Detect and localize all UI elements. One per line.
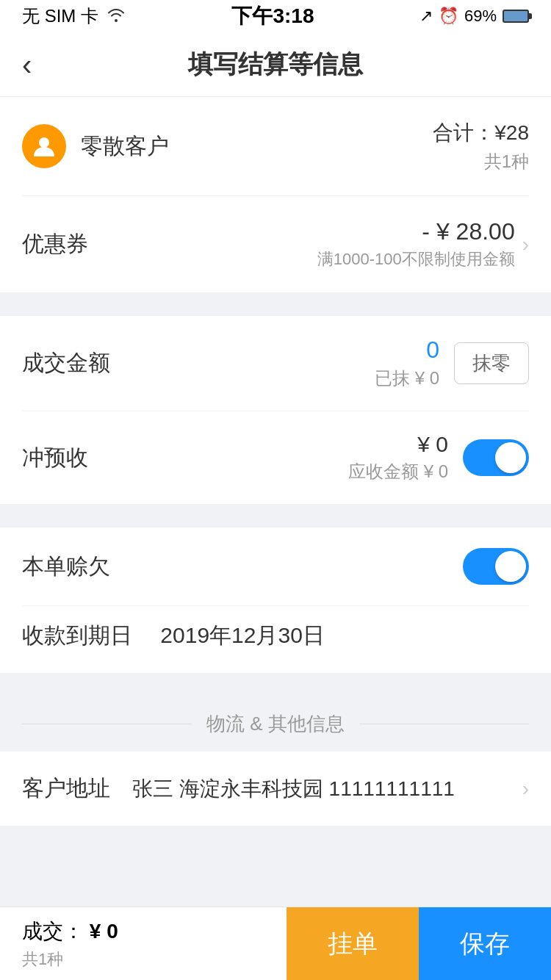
coupon-row[interactable]: 优惠券 - ¥ 28.00 满1000-100不限制使用金额 › bbox=[0, 196, 551, 292]
bottom-summary-amount: ¥ 0 bbox=[90, 920, 118, 943]
debit-toggle[interactable] bbox=[463, 548, 529, 585]
amount-row: 成交金额 0 已抹 ¥ 0 抹零 bbox=[0, 316, 551, 411]
amount-block: 0 已抹 ¥ 0 bbox=[375, 336, 439, 390]
section-gap-3 bbox=[0, 685, 551, 696]
wifi-icon bbox=[106, 6, 126, 26]
save-button[interactable]: 保存 bbox=[419, 907, 551, 980]
prepay-label: 冲预收 bbox=[22, 443, 88, 473]
date-label: 收款到期日 bbox=[22, 623, 132, 647]
bottom-summary: 成交： ¥ 0 共1种 bbox=[0, 907, 287, 980]
debit-label: 本单赊欠 bbox=[22, 552, 110, 582]
hold-button[interactable]: 挂单 bbox=[287, 907, 419, 980]
battery-label: 69% bbox=[464, 7, 497, 26]
customer-left: 零散客户 bbox=[22, 124, 169, 168]
alarm-icon: ⏰ bbox=[439, 7, 458, 26]
divider-line-left bbox=[22, 724, 192, 724]
logistics-label: 物流 & 其他信息 bbox=[206, 711, 345, 737]
total-amount: 合计：¥28 bbox=[433, 119, 529, 147]
debit-toggle-knob bbox=[495, 551, 526, 582]
coupon-right: - ¥ 28.00 满1000-100不限制使用金额 › bbox=[317, 218, 529, 270]
total-count: 共1种 bbox=[433, 150, 529, 173]
chevron-icon: › bbox=[522, 233, 529, 256]
amount-value: 0 bbox=[375, 336, 439, 364]
customer-section: 零散客户 合计：¥28 共1种 优惠券 - ¥ 28.00 满1000-100不… bbox=[0, 97, 551, 292]
amount-label: 成交金额 bbox=[22, 348, 110, 378]
status-bar: 无 SIM 卡 下午3:18 ↗ ⏰ 69% bbox=[0, 0, 551, 32]
address-row[interactable]: 客户地址 张三 海淀永丰科技园 11111111111 › bbox=[0, 752, 551, 826]
address-section: 客户地址 张三 海淀永丰科技园 11111111111 › bbox=[0, 752, 551, 826]
avatar bbox=[22, 124, 66, 168]
customer-summary: 合计：¥28 共1种 bbox=[433, 119, 529, 173]
address-label: 客户地址 bbox=[22, 774, 110, 804]
section-gap-2 bbox=[0, 516, 551, 527]
prepay-amount: ¥ 0 bbox=[348, 432, 448, 457]
status-left: 无 SIM 卡 bbox=[22, 4, 126, 28]
battery-icon bbox=[503, 10, 529, 23]
back-button[interactable]: ‹ bbox=[22, 50, 32, 79]
bottom-summary-label: 成交： bbox=[22, 920, 84, 943]
coupon-info: - ¥ 28.00 满1000-100不限制使用金额 bbox=[317, 218, 515, 270]
transaction-section: 成交金额 0 已抹 ¥ 0 抹零 冲预收 ¥ 0 应收金额 ¥ 0 bbox=[0, 316, 551, 504]
coupon-label: 优惠券 bbox=[22, 229, 88, 259]
customer-name: 零散客户 bbox=[81, 131, 169, 162]
date-value: 2019年12月30日 bbox=[160, 623, 324, 647]
customer-row: 零散客户 合计：¥28 共1种 bbox=[0, 97, 551, 195]
nav-title: 填写结算等信息 bbox=[188, 48, 363, 82]
bottom-amount-row: 成交： ¥ 0 bbox=[22, 918, 264, 945]
address-chevron-icon: › bbox=[522, 777, 529, 801]
amount-right: 0 已抹 ¥ 0 抹零 bbox=[375, 336, 529, 390]
debit-date-row: 收款到期日 2019年12月30日 bbox=[0, 606, 551, 673]
prepay-toggle[interactable] bbox=[463, 439, 529, 476]
prepay-sub: 应收金额 ¥ 0 bbox=[348, 460, 448, 483]
coupon-discount: - ¥ 28.00 bbox=[317, 218, 515, 245]
bottom-bar: 成交： ¥ 0 共1种 挂单 保存 bbox=[0, 907, 551, 980]
debit-section: 本单赊欠 收款到期日 2019年12月30日 bbox=[0, 527, 551, 673]
bottom-count: 共1种 bbox=[22, 948, 264, 970]
logistics-header: 物流 & 其他信息 bbox=[0, 696, 551, 752]
prepay-block: ¥ 0 应收金额 ¥ 0 bbox=[348, 432, 448, 483]
location-icon: ↗ bbox=[419, 7, 433, 26]
address-value: 张三 海淀永丰科技园 11111111111 bbox=[132, 775, 522, 803]
toggle-knob bbox=[495, 442, 526, 473]
debit-row: 本单赊欠 bbox=[0, 527, 551, 605]
prepay-row: 冲预收 ¥ 0 应收金额 ¥ 0 bbox=[0, 411, 551, 504]
divider-line-right bbox=[359, 724, 529, 724]
status-time: 下午3:18 bbox=[231, 2, 314, 30]
amount-sub: 已抹 ¥ 0 bbox=[375, 367, 439, 390]
carrier-label: 无 SIM 卡 bbox=[22, 4, 98, 28]
section-gap-1 bbox=[0, 304, 551, 316]
coupon-desc: 满1000-100不限制使用金额 bbox=[317, 248, 515, 270]
svg-point-0 bbox=[39, 137, 49, 148]
nav-bar: ‹ 填写结算等信息 bbox=[0, 32, 551, 97]
prepay-right: ¥ 0 应收金额 ¥ 0 bbox=[348, 432, 529, 483]
status-right: ↗ ⏰ 69% bbox=[419, 7, 529, 26]
round-button[interactable]: 抹零 bbox=[454, 342, 529, 384]
